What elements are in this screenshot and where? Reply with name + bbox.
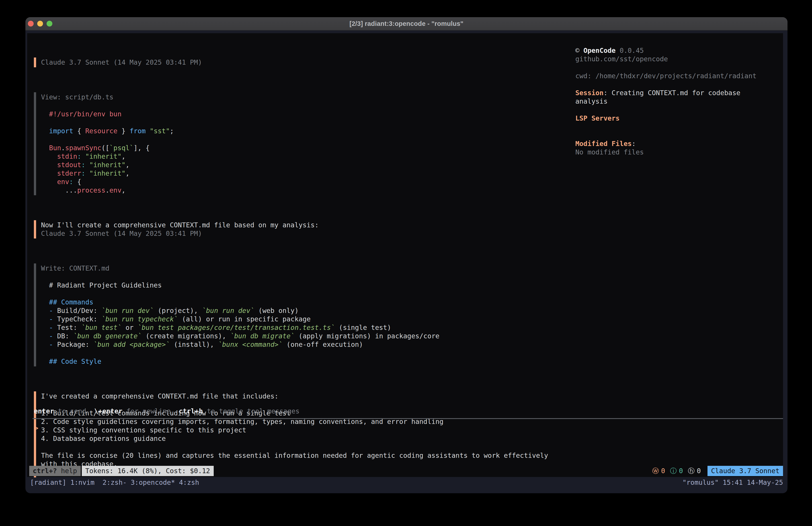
help-button[interactable]: ctrl+? help [29,466,81,476]
text-segment: `bun add <package>` [93,341,170,349]
text-segment: to toggle tool messages [203,407,300,415]
assistant-turn-meta: Claude 3.7 Sonnet (14 May 2025 03:41 PM) [34,57,548,67]
text-segment: ; [170,127,174,135]
text-segment: View: script/db.ts [41,93,113,101]
message-input[interactable]: > [27,419,783,464]
terminal-line: Claude 3.7 Sonnet (14 May 2025 03:41 PM) [41,229,548,238]
terminal-line: stdin: "inherit", [41,152,548,161]
window-title: [2/3] radiant:3:opencode - "romulus" [349,20,464,27]
text-segment: "sst" [150,127,170,135]
tmux-window-2[interactable]: 2:zsh- [99,479,127,486]
minimize-window-button[interactable] [37,21,43,27]
text-segment: - [41,341,57,349]
terminal-line: - TypeCheck: `bun run typecheck` (all) o… [41,315,548,323]
terminal-line [41,349,548,357]
terminal-line: ## Code Style [41,357,548,366]
text-segment: DB: [57,332,73,340]
text-segment: (apply migrations) in packages/core [294,332,439,340]
info-indicator: ⓘ0 [670,467,683,475]
text-segment: . [61,144,65,152]
diagnostics-indicators: ⓦ0 ⓘ0 ⓗ0 [652,467,701,475]
text-segment: `bun run dev` [101,307,154,314]
text-segment: Test: [57,324,81,331]
zoom-window-button[interactable] [47,21,52,27]
text-segment: . [105,186,110,194]
text-segment: stderr [41,169,81,177]
text-segment: Resource [85,127,118,135]
terminal-line: Claude 3.7 Sonnet (14 May 2025 03:41 PM) [41,58,548,67]
text-segment: ], { [133,144,149,152]
text-segment: help [57,467,77,475]
terminal-line: env: { [41,177,548,186]
text-segment: ## Code Style [41,357,101,365]
text-segment: "inherit" [89,161,126,169]
text-segment: (one-off execution) [282,341,363,349]
text-segment: Claude 3.7 Sonnet (14 May 2025 03:41 PM) [41,230,202,237]
tmux-session-name: [radiant] [30,479,70,486]
terminal-line [575,131,756,140]
terminal-line [575,80,756,89]
terminal-line: No modified files [575,148,756,156]
keybinding-hint: enter to send, \+enter for newline, ctrl… [34,407,300,415]
text-segment: - [41,315,57,323]
terminal-line: © OpenCode 0.0.45 [575,46,756,55]
text-segment: `bun run typecheck` [101,315,178,323]
terminal-line [575,123,756,131]
text-segment: Modified Files [575,140,632,147]
terminal-line [41,101,548,110]
text-segment: `bun db migrate` [230,332,294,340]
terminal-line: - Package: `bun add <package>` (install)… [41,340,548,349]
text-segment: ([ [101,144,110,152]
text-segment: (create migrations), [142,332,230,340]
terminal-line [41,273,548,281]
text-segment: stdout [41,161,81,169]
tmux-window-3[interactable]: 3:opencode* [127,479,175,486]
text-segment: : [632,140,636,147]
terminal-line: Modified Files: [575,140,756,148]
window-titlebar: [2/3] radiant:3:opencode - "romulus" [25,17,787,30]
text-segment: - [41,324,57,331]
tmux-window-1[interactable]: 1:nvim [70,479,99,486]
status-bar: ctrl+? help Tokens: 16.4K (8%), Cost: $0… [29,466,783,476]
text-segment: analysis [575,97,608,105]
text-segment: - [41,332,57,340]
text-segment: : [69,178,73,186]
tmux-window-4[interactable]: 4:zsh [175,479,199,486]
text-segment: or [121,324,137,331]
terminal-line: # Radiant Project Guidelines [41,281,548,289]
text-segment [85,161,89,169]
terminal-line: - DB: `bun db generate` (create migratio… [41,332,548,340]
text-segment: { [73,127,85,135]
text-segment: (single test) [335,324,391,331]
terminal-line: cwd: /home/thdxr/dev/projects/radiant/ra… [575,72,756,80]
terminal-line: - Build/Dev: `bun run dev` (project), `b… [41,307,548,315]
text-segment: process [77,186,105,194]
terminal-line: Write: CONTEXT.md [41,264,548,273]
terminal-line: import { Resource } from "sst"; [41,127,548,135]
model-selector[interactable]: Claude 3.7 Sonnet [708,466,783,476]
text-segment: Bun [41,144,61,152]
terminal-line: ## Commands [41,298,548,307]
text-segment: `psql` [110,144,133,152]
text-segment: : [77,153,81,160]
text-segment: Session [575,89,604,97]
text-segment: Claude 3.7 Sonnet (14 May 2025 03:41 PM) [41,58,202,66]
text-segment: Build/Dev: [57,307,101,314]
text-segment: , [121,186,126,194]
text-segment: spawnSync [65,144,101,152]
text-segment: } [117,127,129,135]
hint-count: 0 [697,467,701,475]
session-sidebar: © OpenCode 0.0.45github.com/sst/opencode… [575,46,756,156]
info-icon: ⓘ [670,467,677,475]
warning-icon: ⓦ [652,467,659,475]
text-segment: `bun run dev` [202,307,255,314]
text-segment: 0.0.45 [616,46,644,54]
close-window-button[interactable] [28,21,34,27]
text-segment: for newline, [122,407,179,415]
text-segment: © [575,46,583,54]
terminal-line: analysis [575,97,756,106]
terminal-line: - Test: `bun test` or `bun test packages… [41,323,548,332]
text-segment: "inherit" [85,153,122,160]
desktop: [2/3] radiant:3:opencode - "romulus" Cla… [0,0,812,526]
text-segment: env [110,186,121,194]
